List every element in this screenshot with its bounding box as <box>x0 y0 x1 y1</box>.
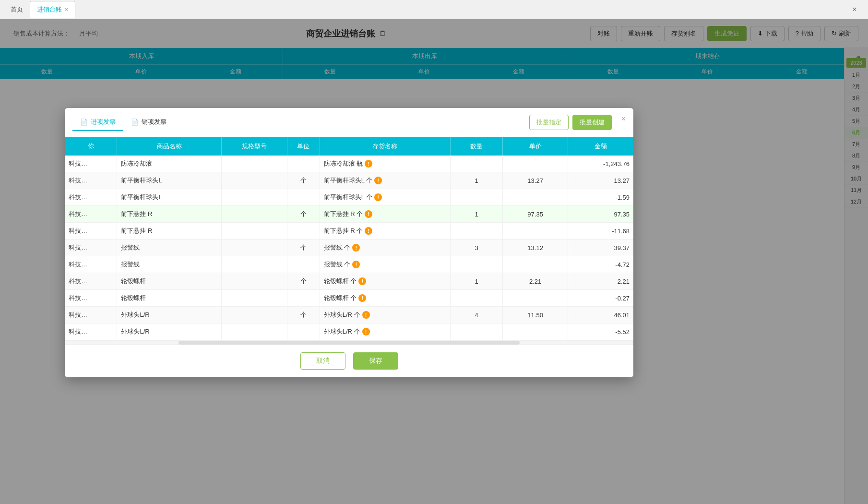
modal-table-scroll[interactable]: 你 商品名称 规格型号 单位 存货名称 数量 单价 金额 科技…防冻冷却液防冻冷… <box>65 137 633 340</box>
modal-close-button[interactable]: × <box>621 115 626 130</box>
warning-icon[interactable]: ! <box>358 277 366 285</box>
main-area: 销售成本计算方法： 月平均 商贸企业进销台账 🗒 对账 重新开账 存货别名 生成… <box>0 19 868 504</box>
modal-table-body: 科技…防冻冷却液防冻冷却液 瓶!-1,243.76科技…前平衡杆球头L个前平衡杆… <box>65 156 633 340</box>
table-row: 科技…报警线报警线 个!-4.72 <box>65 256 633 273</box>
tab-home[interactable]: 首页 <box>4 1 30 18</box>
modal-header: 📄 进项发票 📄 销项发票 批量指定 批量创建 × <box>65 108 633 137</box>
cancel-button[interactable]: 取消 <box>300 352 345 370</box>
col-quantity: 数量 <box>451 137 503 156</box>
table-row: 科技…前平衡杆球头L前平衡杆球头L 个!-1.59 <box>65 189 633 206</box>
incoming-invoice-icon: 📄 <box>80 119 88 126</box>
tab-active-label: 进销台账 <box>37 5 62 14</box>
modal-table-header: 你 商品名称 规格型号 单位 存货名称 数量 单价 金额 <box>65 137 633 156</box>
table-row: 科技…前平衡杆球头L个前平衡杆球头L 个!113.2713.27 <box>65 172 633 189</box>
outgoing-invoice-icon: 📄 <box>131 119 139 126</box>
col-spec: 规格型号 <box>222 137 287 156</box>
window-close-button[interactable]: × <box>845 0 864 19</box>
warning-icon[interactable]: ! <box>365 160 372 168</box>
col-name: 商品名称 <box>117 137 222 156</box>
save-button[interactable]: 保存 <box>353 352 398 370</box>
warning-icon[interactable]: ! <box>365 210 372 218</box>
tab-outgoing-invoice[interactable]: 📄 销项发票 <box>123 114 174 131</box>
tab-close-icon[interactable]: × <box>65 6 68 13</box>
table-row: 科技…轮毂螺杆轮毂螺杆 个!-0.27 <box>65 290 633 307</box>
warning-icon[interactable]: ! <box>362 311 370 319</box>
modal-table: 你 商品名称 规格型号 单位 存货名称 数量 单价 金额 科技…防冻冷却液防冻冷… <box>65 137 633 340</box>
warning-icon[interactable]: ! <box>352 244 360 252</box>
warning-icon[interactable]: ! <box>374 193 382 201</box>
tab-active[interactable]: 进销台账 × <box>30 1 75 18</box>
modal-dialog: 📄 进项发票 📄 销项发票 批量指定 批量创建 × 你 商品名称 规格型 <box>65 108 633 377</box>
col-unit-price: 单价 <box>503 137 568 156</box>
table-row: 科技…前下悬挂 R个前下悬挂 R 个!197.3597.35 <box>65 206 633 223</box>
col-inventory: 存货名称 <box>320 137 450 156</box>
warning-icon[interactable]: ! <box>362 328 370 336</box>
modal-actions: 批量指定 批量创建 × <box>529 115 626 130</box>
warning-icon[interactable]: ! <box>374 177 382 184</box>
warning-icon[interactable]: ! <box>352 261 360 268</box>
horizontal-scrollbar[interactable] <box>65 340 633 344</box>
warning-icon[interactable]: ! <box>358 294 366 302</box>
table-row: 科技…防冻冷却液防冻冷却液 瓶!-1,243.76 <box>65 156 633 172</box>
modal-footer: 取消 保存 <box>65 344 633 377</box>
col-amount: 金额 <box>568 137 633 156</box>
warning-icon[interactable]: ! <box>365 227 372 235</box>
table-row: 科技…外球头L/R个外球头L/R 个!411.5046.01 <box>65 307 633 324</box>
batch-create-button[interactable]: 批量创建 <box>572 115 612 130</box>
tab-incoming-invoice[interactable]: 📄 进项发票 <box>72 114 123 131</box>
col-id: 你 <box>65 137 117 156</box>
scrollbar-track[interactable] <box>178 341 520 345</box>
table-row: 科技…前下悬挂 R前下悬挂 R 个!-11.68 <box>65 223 633 240</box>
col-unit: 单位 <box>287 137 320 156</box>
table-row: 科技…外球头L/R外球头L/R 个!-5.52 <box>65 324 633 340</box>
tab-bar: 首页 进销台账 × × <box>0 0 868 19</box>
table-row: 科技…报警线个报警线 个!313.1239.37 <box>65 240 633 256</box>
batch-assign-button[interactable]: 批量指定 <box>529 115 569 130</box>
table-row: 科技…轮毂螺杆个轮毂螺杆 个!12.212.21 <box>65 273 633 290</box>
